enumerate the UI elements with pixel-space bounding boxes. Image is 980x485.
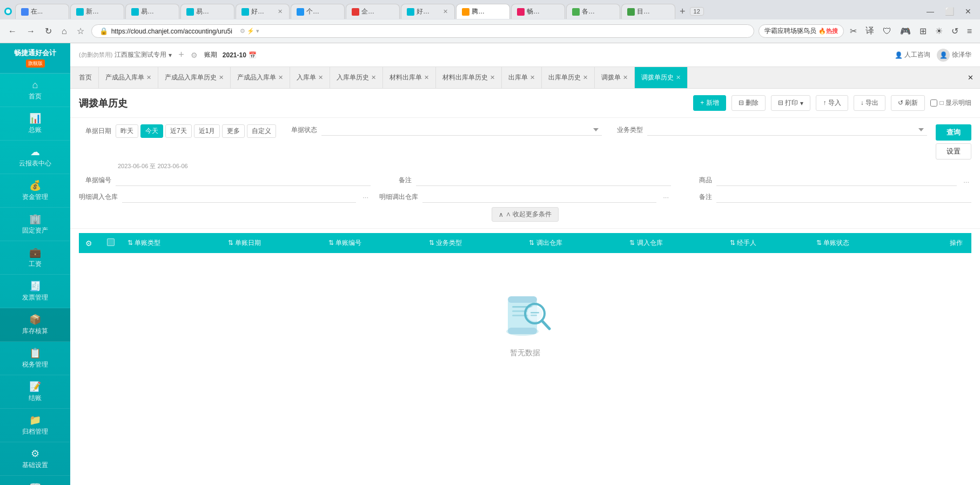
company-selector[interactable]: (勿删勿禁用) 江西服宝测试专用 ▾	[79, 50, 172, 59]
th-settings[interactable]: ⚙	[79, 233, 100, 253]
date-today-btn[interactable]: 今天	[140, 124, 163, 138]
shield-icon-btn[interactable]: 🛡	[880, 25, 894, 38]
page-tab-product-inbound-history[interactable]: 产成品入库单历史 ✕	[158, 67, 231, 88]
restore-button[interactable]: ⬜	[941, 6, 958, 17]
support-button[interactable]: 👤 人工咨询	[895, 50, 930, 59]
page-tab-outbound[interactable]: 出库单 ✕	[502, 67, 542, 88]
user-info[interactable]: 👤 徐泽华	[937, 49, 971, 62]
page-tab-transfer[interactable]: 调拨单 ✕	[595, 67, 635, 88]
business-type-select[interactable]	[647, 124, 927, 136]
page-tab-product-inbound[interactable]: 产成品入库单 ✕	[99, 67, 158, 88]
browser-tab-10[interactable]: 畅…	[511, 4, 565, 19]
browser-search-bar[interactable]: 学霸应聘场驱鸟员 🔥热搜	[759, 24, 844, 38]
browser-tab-11[interactable]: 各…	[566, 4, 620, 19]
page-tab-product-inbound2[interactable]: 产成品入库单 ✕	[231, 67, 290, 88]
goods-ellipsis-btn[interactable]: ...	[961, 176, 971, 184]
new-button[interactable]: + 新增	[693, 95, 726, 111]
th-handler[interactable]: ⇅ 经手人	[723, 233, 810, 253]
detail-in-warehouse-input[interactable]	[122, 191, 356, 203]
remark-input[interactable]	[416, 175, 671, 186]
page-tab-material-outbound[interactable]: 材料出库单 ✕	[383, 67, 436, 88]
browser-tab-1[interactable]: 在...	[15, 4, 69, 19]
th-doc-date[interactable]: ⇅ 单账日期	[221, 233, 322, 253]
close-all-tabs-button[interactable]: ✕	[963, 74, 978, 82]
th-checkbox[interactable]	[100, 233, 121, 253]
date-yesterday-btn[interactable]: 昨天	[116, 124, 138, 138]
undo-icon-btn[interactable]: ↺	[949, 24, 961, 38]
detail-remark-input[interactable]	[716, 191, 971, 203]
page-tab-inbound[interactable]: 入库单 ✕	[290, 67, 330, 88]
browser-tab-2[interactable]: 新…	[70, 4, 124, 19]
th-in-warehouse[interactable]: ⇅ 调入仓库	[623, 233, 723, 253]
browser-tab-7[interactable]: 企…	[346, 4, 400, 19]
show-full-toggle[interactable]: □ 显示明细	[930, 98, 971, 108]
th-doc-type[interactable]: ⇅ 单账类型	[121, 233, 221, 253]
sidebar-item-guide[interactable]: 📖 新手引导	[0, 476, 70, 485]
game-icon-btn[interactable]: 🎮	[897, 24, 914, 38]
detail-in-ellipsis-btn[interactable]: ···	[360, 193, 371, 201]
browser-tab-12[interactable]: 目…	[621, 4, 675, 19]
export-button[interactable]: ↓ 导出	[854, 95, 885, 111]
sidebar-item-reports[interactable]: ☁ 云报表中心	[0, 141, 70, 174]
close-outbound-tab[interactable]: ✕	[530, 74, 535, 81]
browser-tab-6[interactable]: 个…	[291, 4, 345, 19]
date-1month-btn[interactable]: 近1月	[194, 124, 220, 138]
page-tab-inbound-history[interactable]: 入库单历史 ✕	[330, 67, 383, 88]
sidebar-item-archive[interactable]: 📁 归档管理	[0, 409, 70, 442]
date-7days-btn[interactable]: 近7天	[165, 124, 192, 138]
collapse-filter-button[interactable]: ∧ ∧ 收起更多条件	[492, 207, 559, 222]
browser-tab-8[interactable]: 好… ✕	[401, 4, 455, 19]
sidebar-item-settlement[interactable]: 📝 结账	[0, 375, 70, 409]
sidebar-item-inventory[interactable]: 📦 库存核算	[0, 308, 70, 342]
theme-icon-btn[interactable]: ☀	[932, 24, 945, 38]
close-material-outbound-history-tab[interactable]: ✕	[490, 74, 495, 81]
sidebar-item-home[interactable]: ⌂ 首页	[0, 74, 70, 107]
close-inbound-tab[interactable]: ✕	[318, 74, 323, 81]
show-full-checkbox[interactable]	[930, 99, 937, 107]
refresh-button[interactable]: ↺ 刷新	[891, 95, 925, 111]
minimize-button[interactable]: —	[922, 6, 938, 17]
sidebar-item-assets[interactable]: 🏢 固定资产	[0, 208, 70, 241]
add-browser-tab-button[interactable]: +	[676, 6, 689, 17]
address-bar[interactable]: 🔒 https://cloud.chanjet.com/accounting/u…	[91, 24, 754, 38]
close-transfer-history-tab[interactable]: ✕	[676, 74, 681, 81]
page-tab-home[interactable]: 首页	[72, 67, 99, 88]
close-outbound-history-tab[interactable]: ✕	[583, 74, 588, 81]
page-tab-transfer-history[interactable]: 调拨单历史 ✕	[635, 67, 688, 88]
forward-button[interactable]: →	[24, 25, 38, 38]
sidebar-item-finance[interactable]: 💰 资金管理	[0, 174, 70, 208]
more-icon-btn[interactable]: ≡	[964, 25, 975, 38]
period-selector[interactable]: 账期 2021-10 📅	[204, 50, 257, 59]
th-doc-status[interactable]: ⇅ 单账状态	[810, 233, 910, 253]
select-all-checkbox[interactable]	[107, 238, 115, 246]
sidebar-item-invoices[interactable]: 🧾 发票管理	[0, 275, 70, 308]
reload-button[interactable]: ↻	[42, 24, 55, 38]
th-out-warehouse[interactable]: ⇅ 调出仓库	[522, 233, 623, 253]
date-custom-btn[interactable]: 自定义	[247, 124, 276, 138]
browser-tab-3[interactable]: 易…	[125, 4, 179, 19]
browser-tab-close-8[interactable]: ✕	[442, 8, 449, 16]
sidebar-item-wages[interactable]: 💼 工资	[0, 241, 70, 275]
home-button[interactable]: ⌂	[59, 25, 70, 38]
browser-tab-4[interactable]: 易…	[180, 4, 234, 19]
browser-tab-9[interactable]: 腾…	[456, 4, 510, 19]
goods-input[interactable]	[716, 175, 957, 186]
delete-button[interactable]: ⊟ 删除	[731, 95, 766, 111]
company-settings-button[interactable]: ⚙	[191, 51, 198, 59]
detail-out-ellipsis-btn[interactable]: ···	[661, 193, 671, 201]
apps-icon-btn[interactable]: ⊞	[917, 24, 929, 38]
status-select[interactable]	[321, 124, 601, 136]
th-doc-no[interactable]: ⇅ 单账编号	[322, 233, 422, 253]
close-transfer-tab[interactable]: ✕	[623, 74, 628, 81]
browser-tab-close-5[interactable]: ✕	[277, 8, 284, 16]
close-material-outbound-tab[interactable]: ✕	[424, 74, 429, 81]
doc-no-input[interactable]	[116, 175, 371, 186]
scissors-icon-btn[interactable]: ✂	[847, 24, 860, 38]
translate-icon-btn[interactable]: 译	[863, 24, 877, 38]
sidebar-item-basic-settings[interactable]: ⚙ 基础设置	[0, 442, 70, 476]
page-tab-outbound-history[interactable]: 出库单历史 ✕	[542, 67, 595, 88]
import-button[interactable]: ↑ 导入	[816, 95, 848, 111]
close-button[interactable]: ✕	[961, 6, 976, 17]
query-button[interactable]: 查询	[936, 124, 971, 141]
filter-setting-button[interactable]: 设置	[936, 143, 971, 160]
